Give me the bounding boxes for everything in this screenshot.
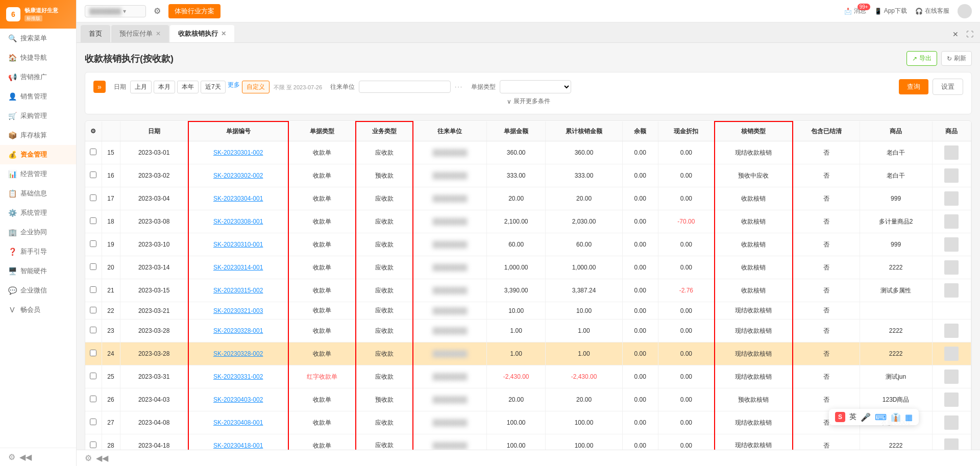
- online-service-button[interactable]: 🎧 在线客服: [915, 7, 949, 15]
- row-checkbox[interactable]: [90, 396, 96, 402]
- cell-checkbox[interactable]: [85, 141, 102, 164]
- row-checkbox[interactable]: [90, 194, 96, 201]
- row-checkbox[interactable]: [90, 350, 96, 356]
- sidebar-item-search[interactable]: 🔍 搜索菜单: [0, 29, 76, 48]
- date-btn-lastmonth[interactable]: 上月: [130, 81, 152, 93]
- cell-checkbox[interactable]: [85, 210, 102, 233]
- billno-link[interactable]: SK-20230331-002: [213, 373, 263, 380]
- export-button[interactable]: ↗ 导出: [906, 51, 937, 66]
- sidebar-item-purchase[interactable]: 🛒 采购管理: [0, 106, 76, 126]
- billno-link[interactable]: SK-20230308-001: [213, 218, 263, 225]
- sidebar-item-basic[interactable]: 📋 基础信息: [0, 184, 76, 203]
- cell-checkbox[interactable]: [85, 320, 102, 342]
- sidebar-item-quicknav[interactable]: 🏠 快捷导航: [0, 48, 76, 67]
- cell-goods1: 999: [860, 233, 932, 256]
- settings-bottom-icon[interactable]: ⚙: [8, 452, 15, 462]
- solution-button[interactable]: 体验行业方案: [168, 4, 220, 18]
- billno-link[interactable]: SK-20230328-002: [213, 350, 263, 357]
- marketing-icon: 📢: [8, 73, 16, 81]
- billtype-select[interactable]: [500, 80, 571, 93]
- bottom-collapse-icon[interactable]: ◀◀: [96, 453, 108, 463]
- collapse-icon[interactable]: ◀◀: [19, 452, 32, 462]
- cell-checkbox[interactable]: [85, 411, 102, 434]
- message-button[interactable]: 📩 消息 99+: [844, 7, 866, 15]
- row-checkbox[interactable]: [90, 442, 96, 448]
- billno-link[interactable]: SK-20230328-001: [213, 327, 263, 334]
- billno-link[interactable]: SK-20230315-002: [213, 287, 263, 294]
- user-avatar[interactable]: [958, 4, 972, 18]
- tab-collection[interactable]: 收款核销执行 ✕: [170, 25, 234, 42]
- tab-close-all-icon[interactable]: ✕: [949, 28, 962, 40]
- query-button[interactable]: 查询: [899, 79, 928, 94]
- billno-link[interactable]: SK-20230314-001: [213, 264, 263, 271]
- billno-link[interactable]: SK-20230408-001: [213, 419, 263, 426]
- row-checkbox[interactable]: [90, 419, 96, 425]
- billno-link[interactable]: SK-20230418-001: [213, 442, 263, 449]
- billno-link[interactable]: SK-20230304-001: [213, 195, 263, 202]
- app-download-button[interactable]: 📱 App下载: [874, 7, 907, 15]
- sidebar-item-finance[interactable]: 💰 资金管理: [0, 145, 76, 164]
- sidebar-item-system[interactable]: ⚙️ 系统管理: [0, 203, 76, 223]
- cell-checkbox[interactable]: [85, 233, 102, 256]
- grid-icon[interactable]: ▦: [905, 412, 913, 422]
- row-checkbox[interactable]: [90, 327, 96, 333]
- date-btn-7days[interactable]: 近7天: [201, 81, 226, 93]
- billno-link[interactable]: SK-20230403-002: [213, 396, 263, 403]
- mic-icon[interactable]: 🎤: [861, 412, 871, 422]
- sidebar-item-operation[interactable]: 📊 经营管理: [0, 164, 76, 184]
- sidebar-item-corp[interactable]: 🏢 企业协同: [0, 223, 76, 242]
- tab-prepay[interactable]: 预付应付单 ✕: [111, 25, 169, 42]
- org-selector[interactable]: ████████ ▾: [85, 5, 146, 17]
- bottom-settings-icon[interactable]: ⚙: [85, 453, 92, 463]
- row-checkbox[interactable]: [90, 217, 96, 224]
- org-name: ████████: [89, 8, 121, 14]
- tab-home[interactable]: 首页: [81, 25, 110, 42]
- row-checkbox[interactable]: [90, 171, 96, 178]
- gear-icon[interactable]: ⚙: [150, 4, 164, 18]
- counterpart-input[interactable]: [359, 81, 451, 93]
- cell-checkbox[interactable]: [85, 434, 102, 450]
- cell-balance: 0.00: [623, 279, 658, 302]
- shirt-icon[interactable]: 👔: [891, 412, 901, 422]
- cell-checkbox[interactable]: [85, 388, 102, 411]
- cell-checkbox[interactable]: [85, 342, 102, 365]
- row-checkbox[interactable]: [90, 373, 96, 379]
- sidebar-item-hardware[interactable]: 🖥️ 智能硬件: [0, 261, 76, 281]
- cell-checkbox[interactable]: [85, 302, 102, 320]
- tab-expand-icon[interactable]: ⛶: [964, 28, 976, 40]
- row-checkbox[interactable]: [90, 240, 96, 247]
- billno-link[interactable]: SK-20230310-001: [213, 241, 263, 248]
- cell-checkbox[interactable]: [85, 164, 102, 187]
- tab-prepay-close[interactable]: ✕: [156, 30, 161, 37]
- sidebar-item-inventory[interactable]: 📦 库存核算: [0, 126, 76, 145]
- sidebar-item-marketing[interactable]: 📢 营销推广: [0, 67, 76, 87]
- sidebar-item-guide[interactable]: ❓ 新手引导: [0, 242, 76, 261]
- billno-link[interactable]: SK-20230301-002: [213, 149, 263, 156]
- cell-checkbox[interactable]: [85, 279, 102, 302]
- filter-toggle-button[interactable]: »: [93, 81, 106, 93]
- keyboard-icon[interactable]: ⌨: [875, 412, 887, 422]
- date-btn-custom[interactable]: 自定义: [242, 81, 270, 93]
- cell-checkbox[interactable]: [85, 187, 102, 210]
- row-checkbox[interactable]: [90, 286, 96, 293]
- refresh-button[interactable]: ↻ 刷新: [941, 51, 972, 66]
- cell-amount: 2,100.00: [487, 210, 546, 233]
- sidebar-item-wechat[interactable]: 💬 企业微信: [0, 281, 76, 300]
- billno-link[interactable]: SK-20230321-003: [213, 307, 263, 314]
- date-more-link[interactable]: 更多: [228, 81, 240, 93]
- cell-checkbox[interactable]: [85, 256, 102, 279]
- settings-button[interactable]: 设置: [933, 79, 963, 95]
- expand-more-button[interactable]: ∨ 展开更多条件: [93, 95, 963, 108]
- cell-checkbox[interactable]: [85, 365, 102, 388]
- tab-collection-close[interactable]: ✕: [221, 30, 226, 37]
- col-settings-header[interactable]: ⚙: [85, 121, 102, 141]
- row-checkbox[interactable]: [90, 307, 96, 313]
- date-btn-thismonth[interactable]: 本月: [154, 81, 175, 93]
- sidebar-item-member[interactable]: V 畅会员: [0, 300, 76, 320]
- row-checkbox[interactable]: [90, 263, 96, 270]
- row-checkbox[interactable]: [90, 149, 96, 155]
- system-icon: ⚙️: [8, 209, 16, 217]
- sidebar-item-sales[interactable]: 👤 销售管理: [0, 87, 76, 106]
- date-btn-thisyear[interactable]: 本年: [177, 81, 199, 93]
- billno-link[interactable]: SK-20230302-002: [213, 172, 263, 179]
